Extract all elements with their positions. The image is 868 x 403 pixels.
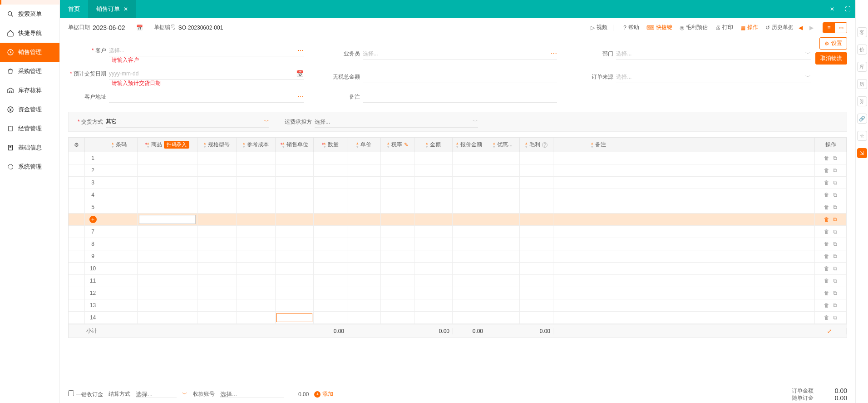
table-row[interactable]: 14🗑⧉ [69,312,847,324]
chevron-down-icon[interactable]: ﹀ [470,118,478,125]
th-sale-unit[interactable]: ▴▾销售单位 [276,138,314,152]
table-row[interactable]: 10🗑⧉ [69,263,847,275]
copy-row-icon[interactable]: ⧉ [833,167,837,174]
th-quote-amount[interactable]: ▴▾报价金额 [453,138,486,152]
total-notax-input[interactable] [363,74,557,80]
calendar-icon[interactable]: 📅 [293,70,304,77]
tabs-expand-icon[interactable]: ⛶ [840,0,855,18]
row-number[interactable]: 8 [85,238,101,250]
copy-row-icon[interactable]: ⧉ [833,265,837,272]
cust-addr-input[interactable] [109,94,295,100]
row-gear-cell[interactable] [69,299,85,311]
tab-home[interactable]: 首页 [60,0,88,18]
tab-sales-order[interactable]: 销售订单 ✕ [88,0,136,18]
rail-link[interactable]: 🔗 [857,114,867,124]
sort-icon[interactable]: ▴▾ [147,141,149,149]
th-ref-cost[interactable]: ▴▾参考成本 [237,138,276,152]
order-source-input[interactable] [616,74,803,80]
sidebar-item-funds[interactable]: 资金管理 [0,100,59,119]
print-link[interactable]: 🖨打印 [715,24,733,31]
sidebar-item-sales[interactable]: 销售管理 [0,43,59,62]
copy-row-icon[interactable]: ⧉ [833,204,837,210]
copy-row-icon[interactable]: ⧉ [833,290,837,296]
rail-coupon[interactable]: 券 [857,96,867,106]
copy-row-icon[interactable]: ⧉ [833,155,837,161]
sidebar-item-quicknav[interactable]: 快捷导航 [0,24,59,43]
sort-icon[interactable]: ▴▾ [426,141,428,149]
row-number[interactable]: 5 [85,201,101,213]
est-delivery-input[interactable] [109,70,293,77]
row-number[interactable]: 9 [85,250,101,262]
product-cell-input[interactable] [139,215,196,224]
copy-row-icon[interactable]: ⧉ [833,192,837,198]
copy-row-icon[interactable]: ⧉ [833,229,837,235]
video-link[interactable]: ▷视频 [591,24,607,31]
table-row[interactable]: 9🗑⧉ [69,250,847,263]
sort-icon[interactable]: ▴▾ [112,141,114,149]
copy-row-icon[interactable]: ⧉ [833,179,837,186]
tabs-close-all-icon[interactable]: ✕ [824,0,840,18]
delete-row-icon[interactable]: 🗑 [824,302,829,308]
row-gear-cell[interactable] [69,250,85,262]
rail-collapse-icon[interactable]: ⇲ [857,148,867,158]
delete-row-icon[interactable]: 🗑 [824,265,829,272]
row-gear-cell[interactable] [69,164,85,176]
sort-icon[interactable]: ▴▾ [282,141,285,149]
prev-doc-icon[interactable]: ◀ [796,25,804,31]
table-row[interactable]: 5🗑⧉ [69,201,847,214]
delete-row-icon[interactable]: 🗑 [824,241,829,247]
delete-row-icon[interactable]: 🗑 [824,155,829,161]
th-qty[interactable]: ▴▾数量 [314,138,347,152]
delete-row-icon[interactable]: 🗑 [824,278,829,284]
table-row[interactable]: 3🗑⧉ [69,177,847,189]
department-input[interactable] [616,50,803,57]
sidebar-item-purchase[interactable]: 采购管理 [0,62,59,81]
row-gear-cell[interactable] [69,238,85,250]
cancel-logistics-button[interactable]: 取消物流 [815,52,847,65]
row-number[interactable]: 7 [85,226,101,238]
row-number[interactable]: 13 [85,299,101,311]
table-row[interactable]: 1🗑⧉ [69,152,847,164]
sort-icon[interactable]: ▴▾ [493,141,495,149]
th-remark[interactable]: ▴▾备注 [553,138,644,152]
th-price[interactable]: ▴▾单价 [347,138,381,152]
row-number[interactable]: 11 [85,275,101,287]
sidebar-item-inventory[interactable]: 库存核算 [0,81,59,100]
shortcut-link[interactable]: ⌨快捷键 [646,24,672,31]
table-row[interactable]: +🗑⧉ [69,214,847,226]
row-gear-cell[interactable] [69,214,85,225]
close-icon[interactable]: ✕ [123,6,128,12]
delete-row-icon[interactable]: 🗑 [824,192,829,198]
remark-input[interactable] [363,94,557,100]
settings-button[interactable]: ⚙设置 [819,37,847,50]
table-row[interactable]: 4🗑⧉ [69,189,847,201]
row-gear-cell[interactable] [69,263,85,274]
copy-row-icon[interactable]: ⧉ [833,241,837,247]
info-icon[interactable]: ? [542,142,547,148]
sidebar-item-system[interactable]: 系统管理 [0,157,59,176]
unit-cell-input[interactable] [276,313,313,322]
chevron-down-icon[interactable]: ﹀ [803,73,811,81]
gross-estimate-link[interactable]: ◎毛利预估 [680,24,708,31]
sort-icon[interactable]: ▴▾ [456,141,459,149]
table-row[interactable]: 7🗑⧉ [69,226,847,238]
th-discount[interactable]: ▴▾优惠... [486,138,520,152]
customer-input[interactable] [109,47,295,54]
sidebar-item-operation[interactable]: 经营管理 [0,119,59,138]
chevron-down-icon[interactable]: ﹀ [803,50,811,58]
copy-row-icon[interactable]: ⧉ [833,302,837,308]
edit-icon[interactable]: ✎ [404,142,408,148]
table-row[interactable]: 12🗑⧉ [69,287,847,299]
doc-date-value[interactable]: 2023-06-02 [93,24,125,31]
row-gear-cell[interactable] [69,287,85,299]
row-number[interactable]: + [85,214,101,225]
row-number[interactable]: 2 [85,164,101,176]
freight-bearer-input[interactable] [315,119,470,125]
sort-icon[interactable]: ▴▾ [324,141,326,149]
row-number[interactable]: 1 [85,152,101,164]
table-row[interactable]: 2🗑⧉ [69,164,847,177]
rail-star[interactable]: ☆ [857,131,867,141]
copy-row-icon[interactable]: ⧉ [833,216,837,223]
rail-price[interactable]: 价 [857,45,867,55]
calendar-icon[interactable]: 📅 [136,25,143,31]
